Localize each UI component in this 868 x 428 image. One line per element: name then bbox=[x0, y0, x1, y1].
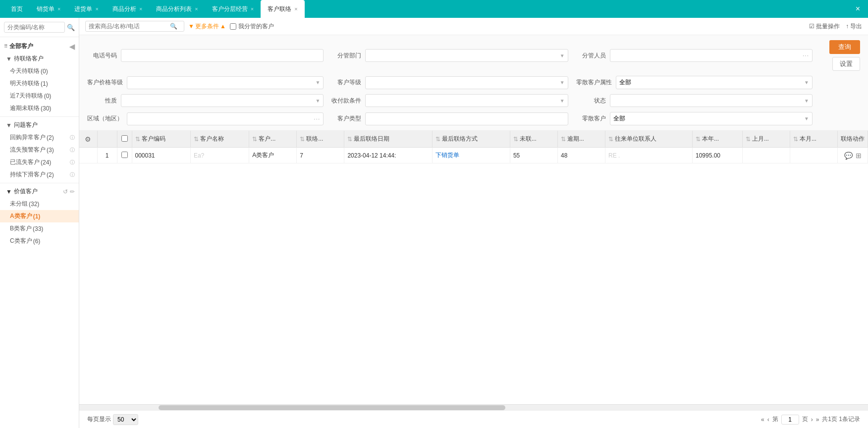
filter-customer-type-input[interactable] bbox=[365, 112, 568, 125]
sidebar-item-today-pending[interactable]: 今天待联络 (0) bbox=[0, 65, 79, 77]
sidebar-search-input[interactable] bbox=[4, 22, 65, 33]
tomorrow-pending-badge: (1) bbox=[41, 80, 48, 87]
th-unit-contact-sort-icon[interactable]: ⇅ bbox=[608, 136, 613, 143]
th-type-sort-icon[interactable]: ⇅ bbox=[252, 136, 257, 143]
sidebar-problem-group[interactable]: ▼ 问题客户 bbox=[0, 119, 79, 131]
this-year-amount: 10995.00 bbox=[696, 152, 720, 159]
tab-goods-list[interactable]: 商品分析列表 × bbox=[149, 0, 205, 18]
select-all-checkbox[interactable] bbox=[121, 135, 128, 142]
th-contact-sort-icon[interactable]: ⇅ bbox=[300, 136, 305, 143]
filter-more-button[interactable]: ▼ 更多条件 ▲ bbox=[188, 22, 226, 31]
sidebar-item-unsegmented[interactable]: 未分组 (32) bbox=[0, 198, 79, 210]
sidebar-item-tomorrow-pending[interactable]: 明天待联络 (1) bbox=[0, 77, 79, 90]
row-checkbox[interactable] bbox=[121, 152, 128, 158]
th-this-year-sort-icon[interactable]: ⇅ bbox=[696, 136, 701, 143]
sidebar-all-customers[interactable]: ⠿ 全部客户 ◀ bbox=[0, 40, 79, 53]
churn-warning-info-icon[interactable]: ⓘ bbox=[70, 147, 75, 154]
export-button[interactable]: ↑ 导出 bbox=[846, 22, 862, 31]
sidebar-search-icon[interactable]: 🔍 bbox=[67, 24, 75, 31]
message-action-icon[interactable]: 💬 bbox=[844, 152, 853, 160]
sidebar-pending-group[interactable]: ▼ 待联络客户 bbox=[0, 53, 79, 65]
tab-customer-tier-close[interactable]: × bbox=[251, 6, 254, 12]
settings-button[interactable]: 设置 bbox=[832, 57, 860, 71]
sidebar-item-overdue-pending[interactable]: 逾期未联络 (30) bbox=[0, 102, 79, 114]
page-size-dropdown[interactable]: 50 100 200 bbox=[113, 414, 138, 425]
tab-sales-close[interactable]: × bbox=[57, 6, 60, 12]
tab-goods-analysis-close[interactable]: × bbox=[139, 6, 142, 12]
customer-table: ⚙ ⇅ 客户编码 bbox=[79, 131, 868, 163]
gear-icon[interactable]: ⚙ bbox=[85, 135, 91, 143]
horizontal-scrollbar[interactable] bbox=[79, 404, 868, 410]
my-customers-checkbox[interactable] bbox=[230, 23, 236, 30]
th-not-contacted-sort-icon[interactable]: ⇅ bbox=[513, 136, 518, 143]
declining-badge: (2) bbox=[47, 171, 54, 178]
pagination: « ‹ 第 1 页 › » 共1页 1条记录 bbox=[761, 415, 860, 425]
th-last-method-sort-icon[interactable]: ⇅ bbox=[435, 136, 440, 143]
th-name-sort-icon[interactable]: ⇅ bbox=[194, 136, 199, 143]
tab-goods-analysis[interactable]: 商品分析 × bbox=[106, 0, 149, 18]
th-last-month-sort-icon[interactable]: ⇅ bbox=[746, 136, 751, 143]
filter-status-dropdown[interactable]: ▼ bbox=[610, 94, 813, 107]
sidebar-item-churn-warning[interactable]: 流失预警客户 (3) ⓘ bbox=[0, 144, 79, 156]
th-this-year-label: 本年... bbox=[702, 135, 719, 143]
th-not-contacted-label: 未联... bbox=[520, 135, 537, 143]
sidebar-item-declining[interactable]: 持续下滑客户 (2) ⓘ bbox=[0, 168, 79, 181]
th-code-sort-icon[interactable]: ⇅ bbox=[135, 136, 140, 143]
value-edit-icon[interactable]: ✏ bbox=[70, 188, 75, 195]
last-contact-method-link[interactable]: 下销货单 bbox=[435, 152, 459, 159]
filter-search-input[interactable] bbox=[89, 23, 168, 30]
sidebar-item-repurchase-anomaly[interactable]: 回购异常客户 (2) ⓘ bbox=[0, 131, 79, 144]
next-page-button[interactable]: › bbox=[811, 416, 813, 423]
sidebar-value-group[interactable]: ▼ 价值客户 ↺ ✏ bbox=[0, 185, 79, 198]
top-navigation: 首页 销货单 × 进货单 × 商品分析 × 商品分析列表 × 客户分层经营 × … bbox=[0, 0, 868, 18]
filter-retail-attr-dropdown[interactable]: 全部 ▼ bbox=[616, 76, 813, 89]
filter-retail-customer-dropdown[interactable]: 全部 ▼ bbox=[610, 112, 813, 125]
sidebar-item-b-class[interactable]: B类客户 (33) bbox=[0, 222, 79, 235]
filter-customer-grade-dropdown[interactable]: ▼ bbox=[365, 76, 568, 89]
filter-manager-label: 分管人员 bbox=[576, 52, 606, 60]
batch-op-button[interactable]: ☑ 批量操作 bbox=[809, 22, 840, 31]
scrollbar-thumb[interactable] bbox=[159, 405, 505, 410]
last-page-button[interactable]: » bbox=[816, 416, 819, 423]
tab-customer-contact-close[interactable]: × bbox=[294, 6, 297, 12]
page-number-input[interactable]: 1 bbox=[781, 415, 799, 425]
table-row: 1 000031 Ea? A类客户 bbox=[79, 148, 868, 163]
th-this-month-sort-icon[interactable]: ⇅ bbox=[793, 136, 798, 143]
filter-dept-dropdown[interactable]: ▼ bbox=[365, 49, 568, 62]
filter-price-grade-dropdown[interactable]: ▼ bbox=[127, 76, 324, 89]
value-refresh-icon[interactable]: ↺ bbox=[63, 188, 68, 195]
sidebar-item-c-class[interactable]: C类客户 (6) bbox=[0, 235, 79, 247]
tab-sales[interactable]: 销货单 × bbox=[30, 0, 67, 18]
declining-info-icon[interactable]: ⓘ bbox=[70, 171, 75, 178]
tab-home-label: 首页 bbox=[11, 5, 23, 13]
close-all-tabs-button[interactable]: × bbox=[852, 4, 864, 13]
filter-phone-input[interactable] bbox=[121, 49, 324, 62]
filter-manager-input[interactable]: ··· bbox=[610, 49, 813, 62]
tab-customer-contact[interactable]: 客户联络 × bbox=[261, 0, 304, 18]
sidebar-item-a-class[interactable]: A类客户 (1) bbox=[0, 210, 79, 222]
sidebar-item-7day-pending[interactable]: 近7天待联络 (0) bbox=[0, 90, 79, 102]
prev-page-button[interactable]: ‹ bbox=[767, 416, 769, 423]
tab-purchase[interactable]: 进货单 × bbox=[67, 0, 105, 18]
first-page-button[interactable]: « bbox=[761, 416, 764, 423]
tab-goods-list-close[interactable]: × bbox=[195, 6, 198, 12]
filter-region-input[interactable]: ··· bbox=[127, 112, 324, 125]
churned-info-icon[interactable]: ⓘ bbox=[70, 159, 75, 166]
query-button[interactable]: 查询 bbox=[829, 40, 860, 54]
repurchase-info-icon[interactable]: ⓘ bbox=[70, 134, 75, 141]
grid-action-icon[interactable]: ⊞ bbox=[856, 152, 862, 160]
tab-customer-tier[interactable]: 客户分层经营 × bbox=[205, 0, 261, 18]
th-overdue-sort-icon[interactable]: ⇅ bbox=[561, 136, 566, 143]
th-name-label: 客户名称 bbox=[200, 135, 224, 143]
tab-home[interactable]: 首页 bbox=[4, 0, 30, 18]
my-customers-checkbox-label[interactable]: 我分管的客户 bbox=[230, 22, 274, 31]
th-last-date-sort-icon[interactable]: ⇅ bbox=[347, 136, 352, 143]
filter-search-icon[interactable]: 🔍 bbox=[170, 23, 177, 30]
filter-nature-dropdown[interactable]: ▼ bbox=[121, 94, 324, 107]
filter-customer-type: 客户类型 bbox=[331, 112, 568, 125]
filter-retail-attr: 零散客户属性 全部 ▼ bbox=[576, 76, 813, 89]
sidebar-collapse-icon[interactable]: ◀ bbox=[69, 43, 75, 51]
filter-payment-dropdown[interactable]: ▼ bbox=[365, 94, 568, 107]
tab-purchase-close[interactable]: × bbox=[95, 6, 98, 12]
sidebar-item-churned[interactable]: 已流失客户 (24) ⓘ bbox=[0, 156, 79, 168]
